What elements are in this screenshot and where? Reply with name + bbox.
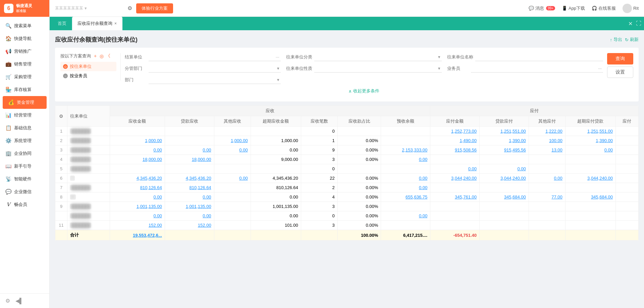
table-cell[interactable]: 1,001,135.00 <box>251 202 301 211</box>
cell-link[interactable]: 810,126.64 <box>190 185 211 190</box>
table-cell[interactable]: 0.00% <box>337 192 381 202</box>
cell-link[interactable]: 2,153,333.00 <box>402 147 427 152</box>
table-cell[interactable]: 3,044,240.00 <box>430 174 480 183</box>
cell-link[interactable]: 0.00 <box>468 166 477 171</box>
cell-link[interactable]: 1,252,773.00 <box>451 129 477 134</box>
table-cell[interactable]: 1,490.00 <box>430 136 480 145</box>
cell-link[interactable]: 0.00 <box>518 166 526 171</box>
cell-link[interactable]: 0.00 <box>203 147 211 152</box>
footer-collapse-icon[interactable]: ◀▌ <box>15 298 23 304</box>
table-cell[interactable]: 3 <box>301 221 337 230</box>
table-cell[interactable]: 345,761.00 <box>430 192 480 202</box>
table-cell[interactable]: 810,126.64 <box>165 183 214 192</box>
cell-link[interactable]: 345,684.00 <box>591 194 613 200</box>
table-cell[interactable]: 0.00 <box>165 211 214 221</box>
cell-link[interactable]: 18,000.00 <box>192 157 211 162</box>
table-cell[interactable]: 101.00 <box>251 221 301 230</box>
footer-settings-icon[interactable]: ⚙ <box>5 298 10 304</box>
cell-link[interactable]: 152.00 <box>198 223 211 228</box>
table-cell[interactable]: 9 <box>301 145 337 155</box>
partner-nature-input[interactable]: ▾ <box>314 64 442 73</box>
table-cell[interactable]: 345,684.00 <box>565 192 615 202</box>
cell-link[interactable]: 3,044,240.00 <box>500 176 526 181</box>
table-cell[interactable]: 0.00 <box>430 164 480 174</box>
sidebar-item-operation[interactable]: 📊 经营管理 <box>0 109 49 122</box>
tab-close-icon[interactable]: × <box>114 21 117 26</box>
table-cell[interactable]: 1,001,135.00 <box>110 202 165 211</box>
table-cell[interactable]: 77.00 <box>529 192 565 202</box>
table-cell[interactable]: 0.00% <box>337 145 381 155</box>
table-cell[interactable]: 1,000.00 <box>251 136 301 145</box>
cell-link[interactable]: 3,044,240.00 <box>587 176 613 181</box>
table-cell[interactable]: 3,044,240.00 <box>565 174 615 183</box>
cell-link[interactable]: 1,390.00 <box>509 138 526 143</box>
cell-link[interactable]: 0.00 <box>419 176 427 181</box>
table-cell[interactable]: 0.00 <box>381 155 430 164</box>
table-cell[interactable]: 1,390.00 <box>565 136 615 145</box>
cell-link[interactable]: 152.00 <box>149 223 162 228</box>
cell-link[interactable]: 1,251,551.00 <box>587 129 613 134</box>
cell-link[interactable]: 13.00 <box>551 147 562 152</box>
cell-link[interactable]: 3,044,240.00 <box>451 176 477 181</box>
partner-name-input[interactable] <box>475 53 603 61</box>
table-cell[interactable]: 7 <box>55 183 67 192</box>
tab-home[interactable]: 首页 <box>52 17 72 30</box>
tab-query[interactable]: 应收应付余额查询 × <box>72 17 122 30</box>
dept-input[interactable]: ▾ <box>149 76 281 84</box>
table-cell[interactable]: 0.00 <box>110 145 165 155</box>
cell-link[interactable]: 1,001,135.00 <box>186 204 211 209</box>
fullscreen-icon[interactable]: ⛶ <box>636 20 641 27</box>
settlement-input[interactable]: ··· <box>149 53 281 61</box>
table-cell[interactable]: 0.00% <box>337 211 381 221</box>
edit-scheme-icon[interactable]: ◎ <box>100 53 104 59</box>
table-cell[interactable]: 0.00 <box>529 174 565 183</box>
cell-link[interactable]: 915,508.56 <box>455 147 477 152</box>
table-cell[interactable]: 0.00 <box>480 164 529 174</box>
table-cell[interactable]: 1 <box>55 127 67 136</box>
export-button[interactable]: ↑ 导出 <box>610 37 623 43</box>
app-download-item[interactable]: 📱 App下载 <box>562 5 585 11</box>
table-cell[interactable]: 915,508.56 <box>430 145 480 155</box>
table-cell[interactable]: 2,153,333.00 <box>381 145 430 155</box>
table-cell[interactable]: 0.00 <box>110 192 165 202</box>
cell-link[interactable]: 0.00 <box>153 213 162 218</box>
promo-button[interactable]: 体验行业方案 <box>136 3 173 13</box>
sidebar-item-enterprise[interactable]: 🏢 企业协同 <box>0 147 49 160</box>
table-cell[interactable]: 5 <box>55 164 67 174</box>
sidebar-item-sales[interactable]: 💼 销售管理 <box>0 58 49 71</box>
table-cell[interactable]: 0.00 <box>381 211 430 221</box>
table-cell[interactable]: 0.00 <box>214 145 251 155</box>
table-cell[interactable]: 1,252,773.00 <box>430 127 480 136</box>
table-cell[interactable]: 915,495.56 <box>480 145 529 155</box>
table-cell[interactable]: 0.00% <box>337 136 381 145</box>
cell-link[interactable]: 4,345,436.20 <box>186 176 211 181</box>
cell-link[interactable]: 0.00 <box>203 194 211 200</box>
cell-link[interactable]: 1,251,551.00 <box>500 129 526 134</box>
cell-link[interactable]: 1,000.00 <box>145 138 162 143</box>
table-cell[interactable]: 0.00 <box>214 174 251 183</box>
cell-link[interactable]: 810,126.64 <box>140 185 162 190</box>
table-cell[interactable]: 6 <box>55 174 67 183</box>
table-cell[interactable]: 0.00% <box>337 174 381 183</box>
table-cell[interactable]: 1,390.00 <box>480 136 529 145</box>
cell-link[interactable]: 0.00 <box>419 157 427 162</box>
sidebar-item-guide[interactable]: 📖 新手引导 <box>0 160 49 173</box>
table-cell[interactable]: 810,126.64 <box>110 183 165 192</box>
table-cell[interactable]: 0.00 <box>565 145 615 155</box>
table-cell[interactable]: 3 <box>55 145 67 155</box>
sidebar-item-system[interactable]: ⚙️ 系统管理 <box>0 134 49 147</box>
cell-link[interactable]: 0.00 <box>604 147 613 152</box>
sidebar-item-quick-nav[interactable]: 🏠 快捷导航 <box>0 32 49 45</box>
table-cell[interactable]: 3 <box>301 155 337 164</box>
table-cell[interactable]: 0.00% <box>337 183 381 192</box>
sidebar-item-finance[interactable]: 💰 资金管理 <box>3 96 47 109</box>
table-cell[interactable]: 1 <box>301 136 337 145</box>
table-cell[interactable]: 0.00 <box>251 192 301 202</box>
partner-cat-input[interactable]: ▾ <box>314 53 442 61</box>
cell-link[interactable]: 0.00 <box>239 176 248 181</box>
cell-link[interactable]: 0.00 <box>239 147 248 152</box>
table-cell[interactable]: 0.00% <box>337 221 381 230</box>
table-cell[interactable]: 1,222.00 <box>529 127 565 136</box>
table-cell[interactable]: 2 <box>301 183 337 192</box>
cell-link[interactable]: 345,761.00 <box>455 194 477 200</box>
